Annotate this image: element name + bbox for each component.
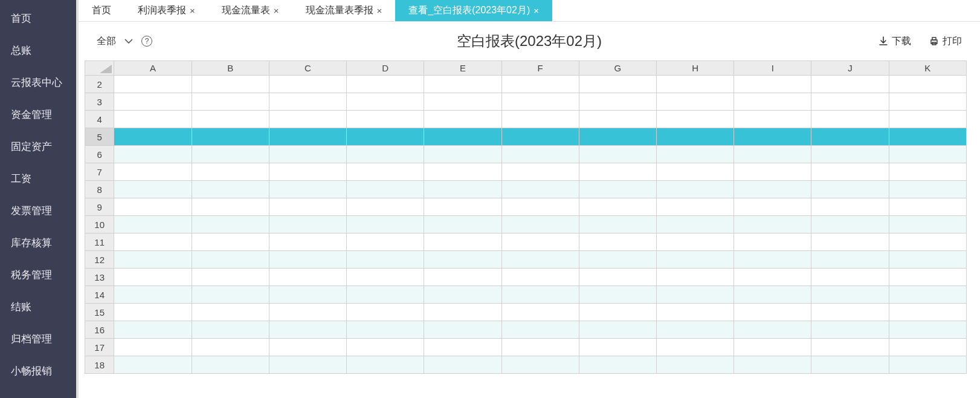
- cell[interactable]: [734, 304, 811, 321]
- cell[interactable]: [889, 286, 966, 304]
- cell[interactable]: [114, 216, 192, 233]
- sidebar-item-inventory[interactable]: 库存核算: [0, 227, 76, 259]
- row-header[interactable]: 3: [85, 93, 114, 111]
- cell[interactable]: [269, 233, 346, 251]
- cell[interactable]: [501, 93, 579, 111]
- cell[interactable]: [579, 76, 656, 93]
- cell[interactable]: [734, 146, 811, 163]
- cell[interactable]: [579, 93, 656, 111]
- cell[interactable]: [889, 181, 966, 198]
- cell[interactable]: [889, 233, 966, 251]
- row-header[interactable]: 8: [85, 181, 114, 198]
- cell[interactable]: [889, 111, 966, 128]
- cell[interactable]: [656, 216, 733, 233]
- row-header[interactable]: 4: [85, 111, 114, 128]
- cell[interactable]: [889, 163, 966, 181]
- column-header[interactable]: A: [114, 61, 192, 76]
- download-button[interactable]: 下载: [878, 35, 911, 48]
- cell[interactable]: [114, 339, 192, 356]
- cell[interactable]: [424, 304, 501, 321]
- cell[interactable]: [579, 216, 656, 233]
- cell[interactable]: [656, 251, 733, 269]
- cell[interactable]: [656, 93, 733, 111]
- cell[interactable]: [269, 76, 346, 93]
- cell[interactable]: [114, 146, 192, 163]
- cell[interactable]: [424, 321, 501, 339]
- cell[interactable]: [734, 251, 811, 269]
- cell[interactable]: [192, 198, 269, 216]
- cell[interactable]: [811, 356, 889, 374]
- cell[interactable]: [889, 146, 966, 163]
- cell[interactable]: [114, 163, 192, 181]
- cell[interactable]: [579, 339, 656, 356]
- cell[interactable]: [811, 93, 889, 111]
- cell[interactable]: [347, 163, 424, 181]
- sidebar-item-invoice[interactable]: 发票管理: [0, 195, 76, 227]
- cell[interactable]: [501, 304, 579, 321]
- column-header[interactable]: J: [811, 61, 889, 76]
- cell[interactable]: [734, 233, 811, 251]
- cell[interactable]: [269, 321, 346, 339]
- cell[interactable]: [579, 146, 656, 163]
- cell[interactable]: [579, 269, 656, 286]
- select-all-corner[interactable]: [85, 61, 114, 76]
- cell[interactable]: [501, 163, 579, 181]
- cell[interactable]: [347, 93, 424, 111]
- cell[interactable]: [811, 111, 889, 128]
- cell[interactable]: [656, 198, 733, 216]
- cell[interactable]: [501, 339, 579, 356]
- cell[interactable]: [347, 356, 424, 374]
- cell[interactable]: [579, 356, 656, 374]
- cell[interactable]: [734, 269, 811, 286]
- cell[interactable]: [192, 93, 269, 111]
- cell[interactable]: [811, 76, 889, 93]
- cell[interactable]: [501, 111, 579, 128]
- cell[interactable]: [889, 198, 966, 216]
- cell[interactable]: [192, 251, 269, 269]
- cell[interactable]: [347, 251, 424, 269]
- cell[interactable]: [114, 251, 192, 269]
- cell[interactable]: [192, 304, 269, 321]
- sidebar-item-fixed-assets[interactable]: 固定资产: [0, 131, 76, 163]
- cell[interactable]: [656, 146, 733, 163]
- column-header[interactable]: F: [501, 61, 579, 76]
- cell[interactable]: [192, 128, 269, 146]
- cell[interactable]: [347, 216, 424, 233]
- cell[interactable]: [656, 304, 733, 321]
- cell[interactable]: [192, 216, 269, 233]
- cell[interactable]: [192, 321, 269, 339]
- cell[interactable]: [889, 356, 966, 374]
- cell[interactable]: [501, 181, 579, 198]
- tab-cash-flow[interactable]: 现金流量表 ×: [208, 0, 292, 21]
- cell[interactable]: [501, 76, 579, 93]
- column-header[interactable]: B: [192, 61, 269, 76]
- row-header[interactable]: 14: [85, 286, 114, 304]
- column-header[interactable]: C: [269, 61, 346, 76]
- cell[interactable]: [347, 76, 424, 93]
- close-icon[interactable]: ×: [274, 5, 279, 16]
- cell[interactable]: [811, 216, 889, 233]
- cell[interactable]: [811, 163, 889, 181]
- cell[interactable]: [656, 286, 733, 304]
- sidebar-item-tax[interactable]: 税务管理: [0, 259, 76, 291]
- cell[interactable]: [424, 339, 501, 356]
- cell[interactable]: [734, 181, 811, 198]
- sidebar-item-close-account[interactable]: 结账: [0, 291, 76, 323]
- cell[interactable]: [579, 181, 656, 198]
- cell[interactable]: [424, 93, 501, 111]
- cell[interactable]: [269, 269, 346, 286]
- cell[interactable]: [656, 356, 733, 374]
- cell[interactable]: [347, 286, 424, 304]
- cell[interactable]: [269, 163, 346, 181]
- cell[interactable]: [347, 128, 424, 146]
- cell[interactable]: [889, 216, 966, 233]
- row-header[interactable]: 2: [85, 76, 114, 93]
- cell[interactable]: [579, 163, 656, 181]
- close-icon[interactable]: ×: [377, 5, 382, 16]
- cell[interactable]: [656, 111, 733, 128]
- column-header[interactable]: E: [424, 61, 501, 76]
- cell[interactable]: [424, 128, 501, 146]
- cell[interactable]: [501, 198, 579, 216]
- cell[interactable]: [347, 304, 424, 321]
- sidebar-item-home[interactable]: 首页: [0, 2, 76, 34]
